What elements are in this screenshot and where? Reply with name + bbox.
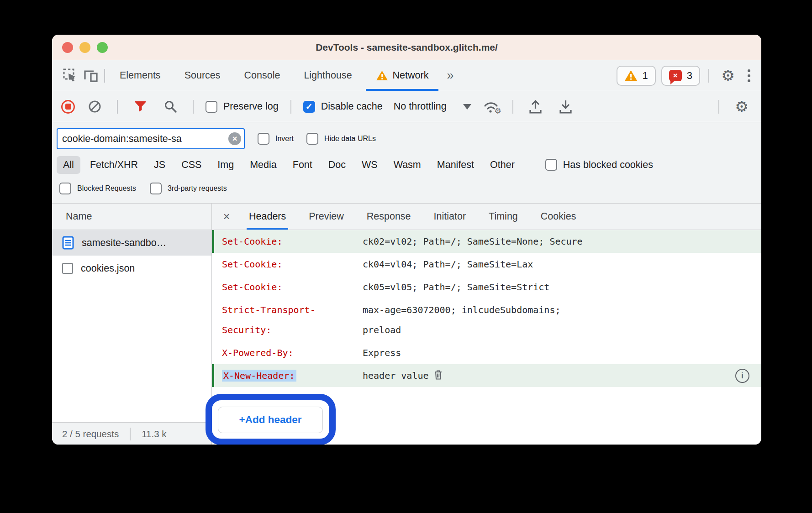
header-name: X-Powered-By: (222, 343, 363, 363)
device-toolbar-icon[interactable] (80, 65, 101, 86)
tab-lighthouse[interactable]: Lighthouse (292, 60, 364, 91)
clear-filter-icon[interactable]: × (228, 132, 241, 145)
tab-label: Elements (120, 70, 161, 81)
header-row: Set-Cookie: ck02=vl02; Path=/; SameSite=… (212, 230, 761, 253)
type-filter-ws[interactable]: WS (355, 156, 384, 174)
type-filter-all[interactable]: All (57, 156, 80, 174)
filter-funnel-icon[interactable] (130, 96, 151, 117)
close-icon[interactable]: × (216, 210, 237, 223)
errors-badge[interactable]: × 3 (661, 66, 700, 86)
divider (193, 100, 194, 114)
tab-label: Preview (309, 211, 343, 222)
error-count: 3 (687, 70, 692, 82)
header-value: ck04=vl04; Path=/; SameSite=Lax (363, 254, 752, 274)
kebab-menu-icon[interactable] (744, 69, 754, 82)
column-label: Name (66, 211, 92, 222)
divider (708, 69, 709, 83)
more-tabs-chevron-icon[interactable]: » (440, 68, 460, 83)
inspect-element-icon[interactable] (59, 65, 80, 86)
type-filter-wasm[interactable]: Wasm (387, 156, 427, 174)
checkbox-unchecked (545, 159, 557, 171)
checkbox-unchecked (59, 183, 71, 194)
network-conditions-icon[interactable]: ⚙ (482, 99, 501, 115)
divider (117, 100, 118, 114)
clear-network-log-icon[interactable] (84, 96, 105, 117)
preserve-log-checkbox[interactable]: Preserve log (206, 101, 279, 113)
header-row-editable: X-New-Header: header value i (212, 364, 761, 387)
checkbox-label: 3rd-party requests (168, 184, 227, 193)
name-column-header[interactable]: Name (52, 204, 211, 230)
import-har-upload-icon[interactable] (525, 96, 546, 117)
throttling-value: No throttling (394, 101, 447, 112)
has-blocked-cookies-checkbox[interactable]: Has blocked cookies (545, 159, 653, 171)
tab-elements[interactable]: Elements (108, 60, 173, 91)
throttling-dropdown[interactable]: No throttling (392, 101, 473, 112)
request-row-cookies-json[interactable]: cookies.json (52, 256, 211, 281)
blocked-requests-checkbox[interactable]: Blocked Requests (59, 183, 136, 194)
file-icon (62, 263, 73, 274)
info-icon[interactable]: i (735, 369, 749, 383)
tab-sources[interactable]: Sources (173, 60, 232, 91)
add-header-button[interactable]: +Add header (218, 407, 323, 433)
tab-timing[interactable]: Timing (477, 204, 529, 230)
disable-cache-checkbox[interactable]: ✓ Disable cache (303, 101, 383, 113)
checkbox-label: Hide data URLs (324, 135, 376, 143)
hide-data-urls-checkbox[interactable]: Hide data URLs (306, 133, 376, 145)
tab-response[interactable]: Response (355, 204, 422, 230)
network-settings-gear-icon[interactable]: ⚙ (731, 96, 752, 117)
window-title: DevTools - samesite-sandbox.glitch.me/ (316, 42, 498, 53)
header-value: ck02=vl02; Path=/; SameSite=None; Secure (363, 231, 752, 251)
warning-icon (624, 70, 638, 81)
tab-initiator[interactable]: Initiator (422, 204, 478, 230)
checkbox-label: Disable cache (321, 101, 383, 112)
zoom-window-button[interactable] (97, 42, 108, 53)
tab-cookies[interactable]: Cookies (529, 204, 588, 230)
filter-input[interactable]: cookie-domain:samesite-sa × (57, 128, 245, 149)
header-value: Express (363, 343, 752, 363)
tab-label: Console (244, 70, 280, 81)
type-filter-manifest[interactable]: Manifest (431, 156, 480, 174)
search-icon[interactable] (160, 96, 181, 117)
type-filter-font[interactable]: Font (286, 156, 319, 174)
type-filter-js[interactable]: JS (148, 156, 172, 174)
type-filter-img[interactable]: Img (211, 156, 240, 174)
tab-label: Cookies (541, 211, 576, 222)
tab-preview[interactable]: Preview (297, 204, 355, 230)
checkbox-unchecked (150, 183, 162, 194)
header-value-editable[interactable]: header value (363, 366, 752, 386)
type-filter-other[interactable]: Other (484, 156, 521, 174)
third-party-requests-checkbox[interactable]: 3rd-party requests (150, 183, 227, 194)
warning-icon (376, 70, 388, 81)
requests-count: 2 / 5 requests (62, 429, 119, 440)
delete-header-trash-icon[interactable] (433, 369, 443, 380)
add-header-area: +Add header (212, 387, 761, 445)
network-filters: cookie-domain:samesite-sa × Invert Hide … (52, 122, 761, 204)
type-filter-doc[interactable]: Doc (322, 156, 352, 174)
tab-network[interactable]: Network (364, 60, 441, 91)
header-value: ck05=vl05; Path=/; SameSite=Strict (363, 277, 752, 297)
tab-headers[interactable]: Headers (237, 204, 297, 230)
request-row-samesite-sandbox[interactable]: samesite-sandbo… (52, 230, 211, 256)
divider (104, 69, 105, 83)
checkbox-label: Invert (275, 135, 294, 143)
request-list-empty-space (52, 281, 211, 422)
devtools-tab-bar: Elements Sources Console Lighthouse Netw… (52, 60, 761, 91)
transferred-size: 11.3 k (142, 429, 166, 440)
tab-console[interactable]: Console (232, 60, 292, 91)
header-row: Set-Cookie: ck05=vl05; Path=/; SameSite=… (212, 276, 761, 298)
title-bar: DevTools - samesite-sandbox.glitch.me/ (52, 35, 761, 60)
export-har-download-icon[interactable] (555, 96, 576, 117)
response-headers-list: Set-Cookie: ck02=vl02; Path=/; SameSite=… (212, 230, 761, 445)
tab-label: Lighthouse (304, 70, 352, 81)
invert-checkbox[interactable]: Invert (258, 133, 294, 145)
record-network-log-button[interactable] (61, 100, 75, 114)
type-filter-fetch-xhr[interactable]: Fetch/XHR (84, 156, 144, 174)
warnings-badge[interactable]: 1 (617, 66, 656, 86)
settings-gear-icon[interactable]: ⚙ (717, 65, 738, 86)
header-name-editable[interactable]: X-New-Header: (222, 366, 363, 386)
type-filter-media[interactable]: Media (243, 156, 283, 174)
minimize-window-button[interactable] (79, 42, 90, 53)
divider (130, 428, 131, 440)
close-window-button[interactable] (62, 42, 73, 53)
type-filter-css[interactable]: CSS (175, 156, 208, 174)
